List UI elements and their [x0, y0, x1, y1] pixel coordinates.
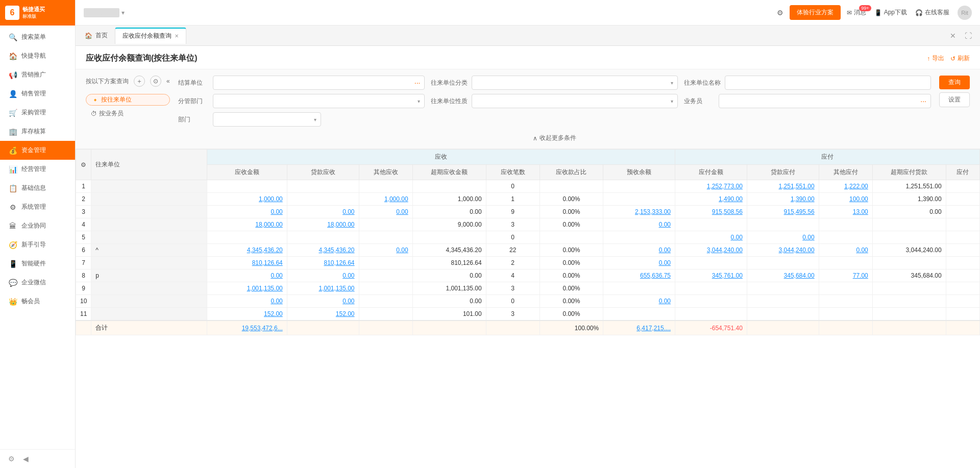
export-button[interactable]: ↑ 导出: [927, 54, 944, 63]
table-cell-link[interactable]: [675, 308, 747, 321]
table-cell-link[interactable]: 0.00: [287, 269, 359, 282]
maximize-window-button[interactable]: ⛶: [963, 30, 974, 41]
table-cell-link[interactable]: 18,000.00: [287, 218, 359, 231]
sidebar-item-hardware[interactable]: 📱 智能硬件: [0, 254, 75, 273]
table-cell-link[interactable]: 345,761.00: [675, 269, 747, 282]
table-cell-link[interactable]: [359, 257, 412, 269]
sidebar-item-marketing[interactable]: 📢 营销推广: [0, 65, 75, 84]
header-gear-icon[interactable]: ⚙: [777, 9, 783, 17]
sidebar-item-quick-nav[interactable]: 🏠 快捷导航: [0, 46, 75, 65]
table-cell-link[interactable]: 0.00: [747, 231, 819, 244]
table-cell-link[interactable]: 0.00: [819, 244, 872, 257]
salesman-select[interactable]: ···: [719, 94, 931, 108]
table-cell-link[interactable]: [747, 295, 819, 308]
table-cell-link[interactable]: 13.00: [819, 206, 872, 218]
table-cell-link[interactable]: 0.00: [603, 218, 675, 231]
table-cell-link[interactable]: 345,684.00: [747, 269, 819, 282]
message-button[interactable]: ✉ 消息 99+: [847, 8, 866, 17]
table-cell-link[interactable]: 1,390.00: [747, 193, 819, 206]
table-cell-link[interactable]: [603, 180, 675, 193]
table-cell-link[interactable]: [819, 295, 872, 308]
table-cell-link[interactable]: [819, 308, 872, 321]
table-cell-link[interactable]: [603, 308, 675, 321]
table-settings-col[interactable]: ⚙: [76, 150, 91, 180]
table-cell-link[interactable]: 1,001,135.00: [287, 282, 359, 295]
table-cell-link[interactable]: 0.00: [207, 206, 287, 218]
table-cell-link[interactable]: 0.00: [359, 244, 412, 257]
table-cell-link[interactable]: 810,126.64: [207, 257, 287, 269]
table-cell-link[interactable]: 0.00: [603, 295, 675, 308]
table-cell-link[interactable]: [287, 231, 359, 244]
table-cell-link[interactable]: [747, 282, 819, 295]
table-cell-link[interactable]: 655,636.75: [603, 269, 675, 282]
table-cell-link[interactable]: [675, 295, 747, 308]
table-cell-link[interactable]: [675, 257, 747, 269]
table-cell-link[interactable]: 810,126.64: [287, 257, 359, 269]
table-cell-link[interactable]: 0.00: [359, 206, 412, 218]
table-cell-link[interactable]: [675, 218, 747, 231]
table-cell-link[interactable]: [603, 282, 675, 295]
table-cell-link[interactable]: 0.00: [287, 295, 359, 308]
sidebar-item-purchase[interactable]: 🛒 采购管理: [0, 103, 75, 122]
table-cell-link[interactable]: [359, 269, 412, 282]
table-cell-link[interactable]: [819, 218, 872, 231]
table-cell-link[interactable]: [287, 193, 359, 206]
filter-collapse-button[interactable]: «: [166, 78, 170, 85]
table-cell-link[interactable]: [603, 231, 675, 244]
query-button[interactable]: 查询: [939, 76, 970, 89]
sidebar-item-inventory[interactable]: 🏢 库存核算: [0, 122, 75, 141]
sidebar-item-operation[interactable]: 📊 经营管理: [0, 160, 75, 179]
table-cell-link[interactable]: 152.00: [207, 308, 287, 321]
table-cell-link[interactable]: [359, 231, 412, 244]
table-cell-link[interactable]: 3,044,240.00: [675, 244, 747, 257]
table-cell-link[interactable]: 100.00: [819, 193, 872, 206]
close-window-button[interactable]: ✕: [947, 30, 959, 41]
settings-button[interactable]: 设置: [939, 92, 970, 107]
department-select[interactable]: ▾: [213, 112, 321, 127]
table-cell-link[interactable]: 1,252,773.00: [675, 180, 747, 193]
table-cell-link[interactable]: 77.00: [819, 269, 872, 282]
table-cell-link[interactable]: 4,345,436.20: [207, 244, 287, 257]
table-cell-link[interactable]: 0.00: [675, 231, 747, 244]
user-avatar[interactable]: Rit: [958, 6, 972, 20]
table-cell-link[interactable]: 1,000.00: [359, 193, 412, 206]
app-download-button[interactable]: 📱 App下载: [874, 8, 907, 17]
table-cell-link[interactable]: 18,000.00: [207, 218, 287, 231]
table-cell-link[interactable]: 0.00: [207, 269, 287, 282]
table-cell-link[interactable]: 1,490.00: [675, 193, 747, 206]
sidebar-item-sales[interactable]: 👤 销售管理: [0, 84, 75, 103]
table-cell-link[interactable]: 1,222.00: [819, 180, 872, 193]
table-cell-link[interactable]: 152.00: [287, 308, 359, 321]
table-cell-link[interactable]: [359, 295, 412, 308]
table-cell-link[interactable]: [675, 282, 747, 295]
tab-close-icon[interactable]: ✕: [175, 33, 179, 39]
sidebar-collapse-icon[interactable]: ◀: [23, 455, 29, 463]
partner-category-select[interactable]: ▾: [472, 76, 678, 90]
table-cell-link[interactable]: 0.00: [603, 257, 675, 269]
table-cell-link[interactable]: [359, 308, 412, 321]
scheme-partner-unit[interactable]: 🔸 按往来单位: [86, 94, 170, 106]
footer-prepay[interactable]: 6,417,215....: [603, 321, 675, 335]
refresh-button[interactable]: ↺ 刷新: [950, 54, 970, 63]
scheme-salesman[interactable]: ⏱ 按业务员: [86, 108, 170, 119]
filter-add-button[interactable]: ＋: [134, 76, 145, 87]
table-cell-link[interactable]: [819, 257, 872, 269]
table-cell-link[interactable]: 915,508.56: [675, 206, 747, 218]
table-cell-link[interactable]: 1,001,135.00: [207, 282, 287, 295]
table-cell-link[interactable]: [747, 218, 819, 231]
sidebar-item-wechat[interactable]: 💬 企业微信: [0, 273, 75, 292]
table-cell-link[interactable]: [603, 193, 675, 206]
table-cell-link[interactable]: 915,495.56: [747, 206, 819, 218]
dept-manager-select[interactable]: ▾: [213, 94, 425, 108]
footer-ar-amount[interactable]: 19,553,472,6...: [207, 321, 287, 335]
table-cell-link[interactable]: 2,153,333.00: [603, 206, 675, 218]
table-cell-link[interactable]: [207, 180, 287, 193]
customer-service-button[interactable]: 🎧 在线客服: [915, 8, 949, 17]
filter-scheme-button[interactable]: ⊙: [150, 76, 161, 87]
sidebar-item-system[interactable]: ⚙ 系统管理: [0, 198, 75, 216]
table-cell-link[interactable]: 0.00: [603, 244, 675, 257]
table-cell-link[interactable]: 1,251,551.00: [747, 180, 819, 193]
collapse-conditions-button[interactable]: ∧ 收起更多条件: [533, 134, 576, 142]
tab-home[interactable]: 🏠 首页: [78, 28, 115, 44]
table-cell-link[interactable]: [747, 308, 819, 321]
